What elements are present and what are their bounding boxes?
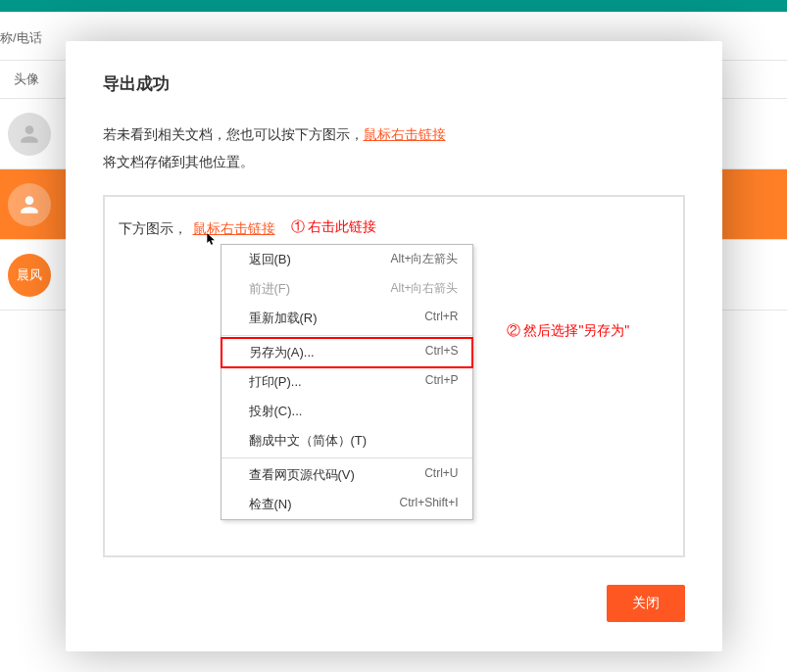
menu-shortcut: Ctrl+S bbox=[425, 344, 459, 361]
export-success-modal: 导出成功 若未看到相关文档，您也可以按下方图示，鼠标右击链接 将文档存储到其他位… bbox=[66, 41, 722, 651]
menu-shortcut: Ctrl+R bbox=[424, 310, 458, 327]
close-button[interactable]: 关闭 bbox=[607, 585, 685, 622]
menu-item-save-as[interactable]: 另存为(A)... Ctrl+S bbox=[221, 338, 472, 367]
instruction-top: 下方图示， 鼠标右击链接 ① 右击此链接 bbox=[119, 220, 669, 238]
menu-shortcut: Ctrl+P bbox=[425, 373, 459, 391]
menu-shortcut: Alt+向左箭头 bbox=[390, 251, 458, 268]
menu-shortcut: Ctrl+Shift+I bbox=[399, 496, 458, 513]
menu-item-back[interactable]: 返回(B) Alt+向左箭头 bbox=[221, 245, 472, 274]
menu-label: 打印(P)... bbox=[249, 373, 302, 391]
menu-item-cast[interactable]: 投射(C)... bbox=[221, 397, 472, 426]
menu-label: 重新加载(R) bbox=[249, 310, 318, 327]
menu-item-forward: 前进(F) Alt+向右箭头 bbox=[221, 274, 472, 304]
menu-item-translate[interactable]: 翻成中文（简体）(T) bbox=[221, 426, 472, 456]
modal-overlay: 导出成功 若未看到相关文档，您也可以按下方图示，鼠标右击链接 将文档存储到其他位… bbox=[0, 0, 787, 672]
context-menu: 返回(B) Alt+向左箭头 前进(F) Alt+向右箭头 重新加载(R) Ct… bbox=[221, 244, 473, 520]
menu-item-print[interactable]: 打印(P)... Ctrl+P bbox=[221, 367, 472, 397]
menu-label: 投射(C)... bbox=[249, 403, 303, 420]
modal-text: 若未看到相关文档，您也可以按下方图示，鼠标右击链接 将文档存储到其他位置。 bbox=[103, 120, 685, 175]
menu-separator bbox=[221, 457, 472, 458]
menu-label: 查看网页源代码(V) bbox=[249, 466, 355, 484]
modal-text-before: 若未看到相关文档，您也可以按下方图示， bbox=[103, 126, 364, 142]
menu-shortcut: Ctrl+U bbox=[424, 466, 458, 484]
right-click-link[interactable]: 鼠标右击链接 bbox=[364, 126, 446, 142]
menu-label: 检查(N) bbox=[249, 496, 292, 513]
modal-title: 导出成功 bbox=[103, 72, 685, 95]
menu-item-inspect[interactable]: 检查(N) Ctrl+Shift+I bbox=[221, 490, 472, 519]
menu-shortcut: Alt+向右箭头 bbox=[390, 280, 458, 298]
annotation-2: ② 然后选择"另存为" bbox=[507, 322, 630, 340]
cursor-icon bbox=[205, 232, 219, 246]
menu-item-view-source[interactable]: 查看网页源代码(V) Ctrl+U bbox=[221, 460, 472, 490]
instruction-box: 下方图示， 鼠标右击链接 ① 右击此链接 ② 然后选择"另存为" 返回(B) A… bbox=[103, 195, 685, 557]
menu-separator bbox=[221, 335, 472, 336]
menu-label: 另存为(A)... bbox=[249, 344, 315, 361]
modal-footer: 关闭 bbox=[103, 585, 685, 622]
annotation-1: ① 右击此链接 bbox=[291, 218, 377, 236]
menu-item-reload[interactable]: 重新加载(R) Ctrl+R bbox=[221, 304, 472, 333]
instruction-link[interactable]: 鼠标右击链接 bbox=[193, 220, 275, 238]
modal-text-line2: 将文档存储到其他位置。 bbox=[103, 154, 254, 169]
menu-label: 翻成中文（简体）(T) bbox=[249, 432, 368, 450]
menu-label: 返回(B) bbox=[249, 251, 291, 268]
menu-label: 前进(F) bbox=[249, 280, 291, 298]
instruction-prefix: 下方图示， bbox=[119, 220, 187, 238]
